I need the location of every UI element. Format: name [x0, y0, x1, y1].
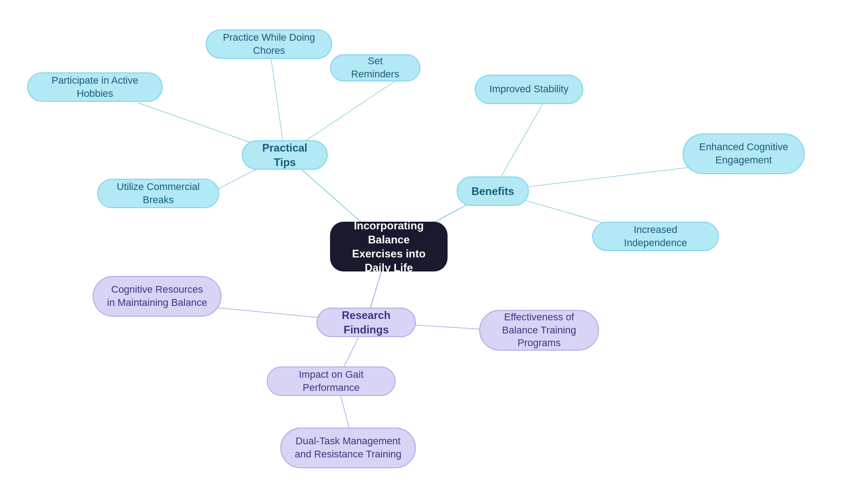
- center-label: Incorporating Balance Exercises into Dai…: [343, 219, 435, 275]
- enhanced-cognitive-node: Enhanced Cognitive Engagement: [683, 133, 805, 174]
- practical-tips-label: Practical Tips: [255, 141, 314, 169]
- center-node: Incorporating Balance Exercises into Dai…: [330, 222, 448, 271]
- set-reminders-label: Set Reminders: [344, 55, 407, 81]
- gait-performance-node: Impact on Gait Performance: [267, 366, 396, 396]
- dual-task-node: Dual-Task Management and Resistance Trai…: [280, 428, 416, 468]
- utilize-breaks-node: Utilize Commercial Breaks: [97, 179, 219, 208]
- enhanced-cognitive-label: Enhanced Cognitive Engagement: [696, 141, 791, 167]
- utilize-breaks-label: Utilize Commercial Breaks: [111, 181, 206, 206]
- gait-performance-label: Impact on Gait Performance: [280, 368, 382, 394]
- set-reminders-node: Set Reminders: [330, 54, 420, 81]
- benefits-label: Benefits: [472, 184, 514, 198]
- increased-independence-label: Increased Independence: [606, 224, 705, 249]
- effectiveness-label: Effectiveness of Balance Training Progra…: [493, 311, 585, 350]
- participate-hobbies-node: Participate in Active Hobbies: [27, 72, 163, 102]
- cognitive-resources-label: Cognitive Resources in Maintaining Balan…: [106, 283, 208, 309]
- practice-chores-node: Practice While Doing Chores: [206, 29, 332, 59]
- improved-stability-node: Improved Stability: [475, 75, 583, 104]
- dual-task-label: Dual-Task Management and Resistance Trai…: [294, 435, 402, 461]
- practice-chores-label: Practice While Doing Chores: [219, 31, 319, 57]
- svg-line-3: [269, 44, 285, 155]
- improved-stability-label: Improved Stability: [490, 83, 569, 96]
- research-findings-label: Research Findings: [330, 308, 402, 336]
- increased-independence-node: Increased Independence: [592, 222, 719, 251]
- cognitive-resources-node: Cognitive Resources in Maintaining Balan…: [93, 276, 222, 317]
- practical-tips-node: Practical Tips: [242, 140, 328, 170]
- research-findings-node: Research Findings: [316, 308, 416, 337]
- benefits-node: Benefits: [457, 176, 529, 206]
- participate-hobbies-label: Participate in Active Hobbies: [41, 74, 149, 100]
- effectiveness-node: Effectiveness of Balance Training Progra…: [479, 310, 599, 351]
